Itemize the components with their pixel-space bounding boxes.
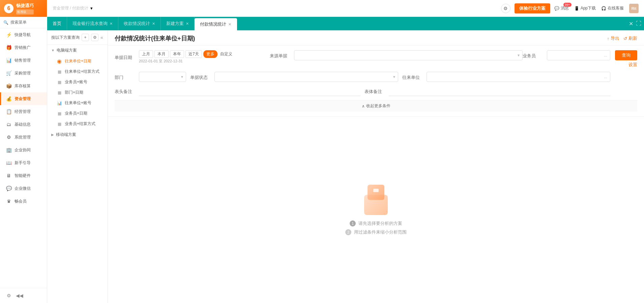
messages-badge: 99+ xyxy=(563,3,571,7)
topbar-settings-btn[interactable]: ⚙ xyxy=(501,4,510,13)
sidebar-item-system[interactable]: ⚙ 系统管理 xyxy=(0,131,47,144)
logo-icon: 6 xyxy=(4,4,13,13)
service-icon: 🎧 xyxy=(601,6,606,11)
date-label: 单据日期 xyxy=(115,53,136,61)
scheme-collapse-btn[interactable]: « xyxy=(100,35,103,40)
date-this-month[interactable]: 本月 xyxy=(154,50,169,58)
collapse-bar[interactable]: ∧ 收起更多条件 xyxy=(115,100,637,112)
scheme-table-icon5: ▦ xyxy=(57,121,62,127)
purchase-icon: 🛒 xyxy=(6,70,12,76)
tab-close-btn[interactable]: ✕ xyxy=(629,21,633,27)
party-select[interactable]: ... xyxy=(427,72,610,82)
voucher-status-select[interactable]: ▾ xyxy=(214,72,398,82)
sidebar-item-basic[interactable]: 🗂 基础信息 xyxy=(0,118,47,131)
sidebar-item-quick-nav[interactable]: ⚡ 快捷导航 xyxy=(0,28,47,41)
tab-new-scheme-close[interactable]: ✕ xyxy=(186,22,189,26)
main-area: 资金管理 / 付款统计 ▾ ⚙ 体验行业方案 💬 消息 99+ 📱 App下载 … xyxy=(47,0,644,303)
scheme-settings-btn[interactable]: ⚙ xyxy=(91,34,98,41)
sidebar-item-inventory[interactable]: 📦 库存核算 xyxy=(0,80,47,92)
scheme-item-party-date[interactable]: ◉ 往来单位+日期 xyxy=(47,56,108,66)
tab-receipts-close[interactable]: ✕ xyxy=(152,22,155,26)
date-more-btn[interactable]: 更多 xyxy=(203,50,217,58)
sales-icon: 📊 xyxy=(6,57,12,63)
sidebar-item-vip[interactable]: ♛ 畅会员 xyxy=(0,195,47,208)
dept-filter: 部门 ▾ xyxy=(115,72,186,82)
scheme-desktop-group: ▼ 电脑端方案 ◉ 往来单位+日期 ▦ 往来单位+结算方式 ▦ 业务员+账号 ▦ xyxy=(47,45,108,129)
scheme-item-dept-date[interactable]: ▦ 部门+日期 xyxy=(47,87,108,98)
voucher-status-filter: 单据状态 ▾ xyxy=(190,72,398,82)
filter-area: 单据日期 上月 本月 本年 近7天 更多 自定义 2022-01-01 至 20… xyxy=(108,46,644,117)
scheme-table-icon: ▦ xyxy=(57,69,62,74)
breadcrumb: 资金管理 / 付款统计 ▾ xyxy=(53,5,497,11)
message-icon: 💬 xyxy=(554,6,559,11)
tab-payments[interactable]: 付款情况统计 ✕ xyxy=(195,18,237,30)
mobile-arrow-icon: ▶ xyxy=(51,133,54,137)
refresh-icon: ↺ xyxy=(623,36,627,41)
trial-btn[interactable]: 体验行业方案 xyxy=(515,3,550,13)
date-this-year[interactable]: 本年 xyxy=(170,50,184,58)
scheme-add-btn[interactable]: + xyxy=(82,34,89,41)
body-note-input[interactable] xyxy=(389,86,610,96)
search-menu[interactable]: 🔍 搜索菜单 xyxy=(0,17,47,28)
tab-expand-btn[interactable]: ⛶ xyxy=(636,21,641,27)
date-last-month[interactable]: 上月 xyxy=(139,50,153,58)
breadcrumb-text: 资金管理 / 付款统计 xyxy=(53,5,88,11)
footer-collapse-btn[interactable]: ◀◀ xyxy=(16,292,24,300)
tab-payments-label: 付款情况统计 xyxy=(200,21,226,27)
sidebar: 6 畅捷通巧 标准版 🔍 搜索菜单 ⚡ 快捷导航 🎁 营销推广 📊 销售管理 🛒… xyxy=(0,0,47,303)
app-download-btn[interactable]: 📱 App下载 xyxy=(574,5,596,11)
sidebar-item-label: 快捷导航 xyxy=(14,32,31,38)
scheme-mobile-header[interactable]: ▶ 移动端方案 xyxy=(51,132,104,138)
tab-cash-flow[interactable]: 现金银行流水查询 ✕ xyxy=(67,17,118,30)
finance-icon: 💰 xyxy=(6,96,12,102)
scheme-item-party-settle[interactable]: ▦ 往来单位+结算方式 xyxy=(47,66,108,77)
staff-select[interactable]: ... xyxy=(547,50,610,60)
scheme-item-staff-account[interactable]: ▦ 业务员+账号 xyxy=(47,77,108,87)
operation-icon: 📋 xyxy=(6,109,12,115)
tab-payments-close[interactable]: ✕ xyxy=(228,22,231,27)
sidebar-item-operation[interactable]: 📋 经营管理 xyxy=(0,105,47,118)
query-btn[interactable]: 查询 xyxy=(615,50,637,60)
step-num-2: 2 xyxy=(345,229,351,235)
sidebar-item-label: 新手引导 xyxy=(14,160,31,166)
download-icon: 📱 xyxy=(574,6,579,11)
user-avatar[interactable]: Rit xyxy=(629,4,639,13)
sidebar-item-hardware[interactable]: 🖥 智能硬件 xyxy=(0,169,47,182)
sidebar-item-enterprise[interactable]: 🏢 企业协同 xyxy=(0,144,47,156)
export-btn[interactable]: ↑ 导出 xyxy=(607,35,620,41)
body-note-label: 表体备注 xyxy=(364,87,386,95)
sidebar-item-wechat[interactable]: 💬 企业微信 xyxy=(0,182,47,195)
footer-settings-btn[interactable]: ⚙ xyxy=(5,292,13,300)
tab-cash-flow-close[interactable]: ✕ xyxy=(110,22,113,26)
scheme-item-staff-settle[interactable]: ▦ 业务员+结算方式 xyxy=(47,119,108,129)
party-filter: 往来单位 ... xyxy=(402,72,610,82)
source-select[interactable]: ▾ xyxy=(294,50,523,60)
sidebar-item-marketing[interactable]: 🎁 营销推广 xyxy=(0,41,47,54)
header-note-input[interactable] xyxy=(139,86,360,96)
date-last-7days[interactable]: 近7天 xyxy=(185,50,202,58)
sidebar-item-finance[interactable]: 💰 资金管理 xyxy=(0,92,47,105)
tab-new-scheme[interactable]: 新建方案 ✕ xyxy=(161,17,195,30)
settings-link[interactable]: 设置 xyxy=(628,62,637,68)
tab-home[interactable]: 首页 xyxy=(47,17,67,30)
refresh-btn[interactable]: ↺ 刷新 xyxy=(623,35,637,41)
empty-box-head xyxy=(368,185,384,200)
online-service-btn[interactable]: 🎧 在线客服 xyxy=(601,5,624,11)
staff-placeholder: ... xyxy=(604,53,607,58)
tab-receipts[interactable]: 收款情况统计 ✕ xyxy=(118,17,161,30)
scheme-desktop-header[interactable]: ▼ 电脑端方案 xyxy=(47,45,108,56)
scheme-item-staff-date[interactable]: ▦ 业务员+日期 xyxy=(47,108,108,119)
dept-select[interactable]: ▾ xyxy=(139,72,186,82)
sidebar-item-sales[interactable]: 📊 销售管理 xyxy=(0,54,47,67)
tab-new-scheme-label: 新建方案 xyxy=(166,21,184,27)
filter-actions: 查询 设置 xyxy=(610,50,637,68)
scheme-item-label: 业务员+账号 xyxy=(65,79,87,85)
date-btns: 上月 本月 本年 近7天 更多 自定义 xyxy=(139,50,232,58)
tabbar: 首页 现金银行流水查询 ✕ 收款情况统计 ✕ 新建方案 ✕ 付款情况统计 ✕ ✕… xyxy=(47,17,644,30)
sidebar-item-guide[interactable]: 📖 新手引导 xyxy=(0,156,47,169)
messages-btn[interactable]: 💬 消息 99+ xyxy=(554,5,569,11)
scheme-item-party-account[interactable]: 📊 往来单位+账号 xyxy=(47,98,108,108)
export-label: 导出 xyxy=(611,35,619,41)
logo-badge: 标准版 xyxy=(16,9,34,14)
sidebar-item-purchase[interactable]: 🛒 采购管理 xyxy=(0,67,47,80)
